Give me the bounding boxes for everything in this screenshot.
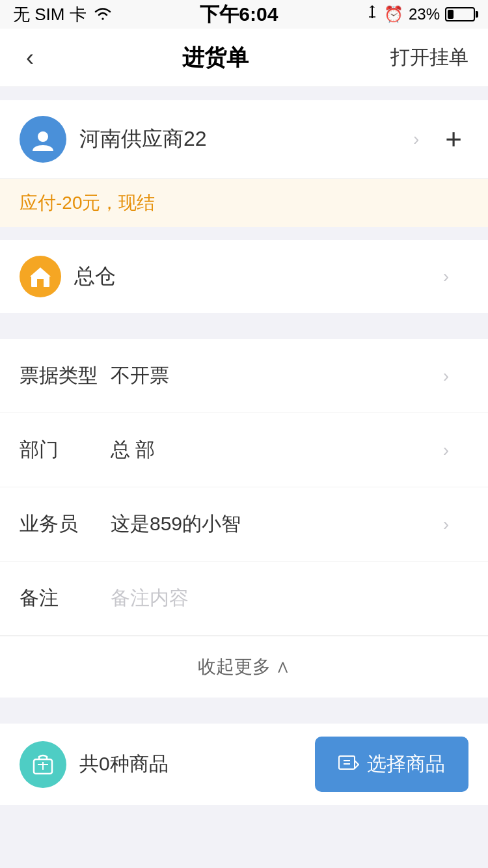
department-chevron-icon: › [443, 440, 449, 461]
supplier-chevron-icon: › [413, 129, 419, 150]
product-icon-wrap [20, 741, 66, 788]
bottom-bar: 共0种商品 选择商品 [0, 724, 488, 805]
supplier-avatar [20, 116, 66, 163]
warehouse-icon-wrap [20, 256, 61, 297]
salesman-value: 这是859的小智 [111, 511, 443, 537]
status-time: 下午6:04 [200, 1, 278, 28]
carrier-text: 无 SIM 卡 [13, 3, 87, 26]
status-left: 无 SIM 卡 [13, 3, 113, 26]
warehouse-row[interactable]: 总仓 › [0, 240, 488, 313]
collapse-text: 收起更多 ∧ [198, 655, 291, 679]
salesman-chevron-icon: › [443, 514, 449, 535]
remark-label: 备注 [20, 585, 111, 612]
select-btn-label: 选择商品 [367, 751, 445, 778]
gap-4 [0, 698, 488, 711]
svg-rect-3 [37, 279, 44, 287]
supplier-row[interactable]: 河南供应商22 › + [0, 100, 488, 179]
salesman-row[interactable]: 业务员 这是859的小智 › [0, 487, 488, 562]
invoice-type-value: 不开票 [111, 362, 443, 389]
svg-point-0 [38, 131, 48, 142]
form-section: 票据类型 不开票 › 部门 总 部 › 业务员 这是859的小智 › 备注 备注… [0, 339, 488, 698]
location-icon [366, 5, 379, 23]
department-row[interactable]: 部门 总 部 › [0, 413, 488, 487]
supplier-name: 河南供应商22 [79, 125, 413, 154]
notice-text: 应付-20元，现结 [20, 193, 155, 213]
warehouse-section: 总仓 › [0, 240, 488, 313]
page-title: 进货单 [182, 43, 249, 73]
remark-input[interactable]: 备注内容 [111, 585, 468, 612]
salesman-label: 业务员 [20, 511, 111, 537]
status-bar: 无 SIM 卡 下午6:04 ⏰ 23% [0, 0, 488, 29]
remark-row[interactable]: 备注 备注内容 [0, 562, 488, 636]
gap-3 [0, 313, 488, 326]
department-value: 总 部 [111, 437, 443, 463]
alarm-icon: ⏰ [384, 5, 403, 23]
back-button[interactable]: ‹ [20, 38, 40, 78]
status-right: ⏰ 23% [366, 5, 475, 23]
invoice-type-label: 票据类型 [20, 362, 111, 389]
add-button[interactable]: + [439, 125, 468, 154]
supplier-section: 河南供应商22 › + 应付-20元，现结 [0, 100, 488, 227]
warehouse-name: 总仓 [74, 262, 443, 291]
open-pending-button[interactable]: 打开挂单 [390, 44, 468, 71]
battery-text: 23% [409, 5, 440, 23]
page-bottom [0, 805, 488, 868]
select-product-button[interactable]: 选择商品 [315, 737, 468, 792]
nav-bar: ‹ 进货单 打开挂单 [0, 29, 488, 87]
gap-2 [0, 227, 488, 240]
invoice-type-row[interactable]: 票据类型 不开票 › [0, 339, 488, 413]
notice-bar: 应付-20元，现结 [0, 179, 488, 227]
battery-icon [445, 7, 475, 21]
product-count-text: 共0种商品 [79, 751, 315, 778]
invoice-chevron-icon: › [443, 366, 449, 387]
gap-1 [0, 87, 488, 100]
collapse-row[interactable]: 收起更多 ∧ [0, 636, 488, 698]
warehouse-chevron-icon: › [443, 266, 449, 287]
wifi-icon [93, 5, 113, 25]
svg-marker-2 [30, 267, 51, 277]
department-label: 部门 [20, 437, 111, 463]
svg-rect-7 [339, 756, 355, 769]
